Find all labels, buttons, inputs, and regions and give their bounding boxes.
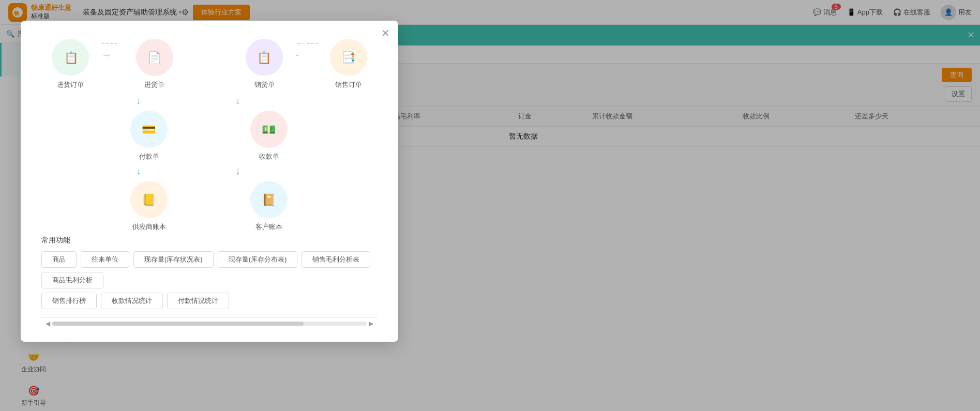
arrow-purchase-order-to-bill: - - - - → — [101, 37, 124, 75]
arrow-down-purchase: ↓ — [120, 96, 157, 105]
flow-node-purchase-bill[interactable]: 📄 进货单 — [136, 39, 173, 89]
flow-top-row: 📋 进货订单 - - - - → 📄 进货单 — [41, 37, 378, 91]
sales-order-circle: 📑 — [330, 39, 367, 76]
arrow-sales-order-to-bill: ← - - - - — [295, 37, 318, 75]
modal-close-button[interactable]: ✕ — [381, 27, 390, 39]
func-btn-sales-rank[interactable]: 销售排行榜 — [41, 293, 97, 309]
flow-third-row: 📒 供应商账本 📔 客户账本 — [41, 181, 378, 232]
flow-node-payment[interactable]: 💳 付款单 — [130, 111, 168, 161]
func-btn-stock-status[interactable]: 现存量(库存状况表) — [133, 251, 214, 268]
svg-text:📑: 📑 — [341, 51, 356, 65]
arrow-down-sales: ↓ — [219, 96, 257, 105]
arrow-down-payment: ↓ — [120, 166, 157, 176]
func-btn-partner[interactable]: 往来单位 — [81, 251, 129, 268]
flow-second-row: 💳 付款单 💵 收款单 — [41, 111, 378, 161]
flow-arrows-row2: ↓ ↓ — [41, 165, 378, 177]
function-buttons-row1: 商品 往来单位 现存量(库存状况表) 现存量(库存分布表) 销售毛利分析表 商品… — [41, 251, 378, 288]
sales-bill-circle: 📋 — [246, 39, 283, 76]
flow-node-supplier-ledger[interactable]: 📒 供应商账本 — [130, 181, 168, 232]
svg-text:📔: 📔 — [262, 193, 276, 207]
modal-overlay[interactable]: ✕ 📋 进货订单 - - - - → — [0, 0, 980, 411]
svg-text:📋: 📋 — [64, 51, 79, 65]
purchase-bill-circle: 📄 — [136, 39, 173, 76]
receipt-circle: 💵 — [250, 111, 288, 148]
flow-diagram: 📋 进货订单 - - - - → 📄 进货单 — [41, 37, 378, 232]
app-container: 畅 畅康通好生意 标准版 装备及固定资产辅助管理系统 ▾ ⚙ 体验行业方案 💬 … — [0, 0, 980, 411]
svg-text:📄: 📄 — [147, 51, 162, 65]
func-btn-sales-profit[interactable]: 销售毛利分析表 — [301, 251, 370, 268]
payment-circle: 💳 — [130, 111, 168, 148]
svg-text:📒: 📒 — [142, 193, 156, 207]
scroll-right-btn[interactable]: ▶ — [369, 320, 373, 327]
scroll-track[interactable] — [52, 322, 367, 326]
flow-node-purchase-order[interactable]: 📋 进货订单 — [52, 39, 89, 89]
svg-text:📋: 📋 — [257, 51, 272, 65]
flow-node-sales-bill[interactable]: 📋 销货单 — [246, 39, 283, 89]
scroll-left-btn[interactable]: ◀ — [46, 320, 50, 327]
arrow-down-receipt: ↓ — [219, 166, 257, 176]
func-btn-stock-dist[interactable]: 现存量(库存分布表) — [218, 251, 298, 268]
func-btn-product[interactable]: 商品 — [41, 251, 77, 268]
func-btn-receipt-stat[interactable]: 收款情况统计 — [101, 293, 163, 309]
flow-node-receipt[interactable]: 💵 收款单 — [250, 111, 288, 161]
flow-node-sales-order[interactable]: 📑 销售订单 — [330, 39, 367, 89]
func-btn-product-profit[interactable]: 商品毛利分析 — [41, 272, 103, 288]
flow-node-customer-ledger[interactable]: 📔 客户账本 — [250, 181, 288, 232]
flow-middle-arrows: ↓ ↓ — [41, 95, 378, 106]
scroll-area: ◀ ▶ — [41, 317, 378, 329]
common-functions: 常用功能 商品 往来单位 现存量(库存状况表) 现存量(库存分布表) 销售毛利分… — [41, 236, 378, 309]
svg-text:💵: 💵 — [262, 123, 276, 136]
customer-ledger-circle: 📔 — [250, 181, 288, 218]
modal-dialog: ✕ 📋 进货订单 - - - - → — [21, 21, 398, 342]
func-btn-payment-stat[interactable]: 付款情况统计 — [167, 293, 229, 309]
scroll-thumb — [52, 322, 304, 326]
purchase-order-circle: 📋 — [52, 39, 89, 76]
supplier-ledger-circle: 📒 — [130, 181, 168, 218]
common-functions-title: 常用功能 — [41, 236, 378, 245]
function-buttons-row2: 销售排行榜 收款情况统计 付款情况统计 — [41, 293, 378, 309]
svg-text:💳: 💳 — [142, 123, 156, 136]
